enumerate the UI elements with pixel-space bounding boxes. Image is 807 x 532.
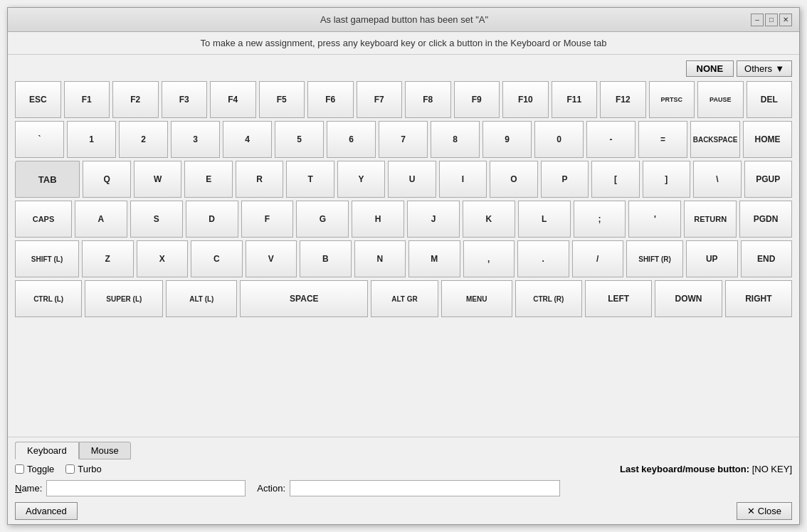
- key-altgr[interactable]: ALT GR: [371, 280, 438, 317]
- key-f7[interactable]: F7: [357, 81, 403, 118]
- key-y[interactable]: Y: [337, 161, 385, 198]
- key-f10[interactable]: F10: [502, 81, 549, 118]
- key-c[interactable]: C: [191, 240, 243, 277]
- key-down[interactable]: DOWN: [655, 280, 722, 317]
- keyboard-layout: ESC F1 F2 F3 F4 F5 F6 F7 F8 F9 F10 F11 F…: [15, 81, 792, 317]
- key-caps[interactable]: CAPS: [15, 201, 72, 238]
- key-f9[interactable]: F9: [454, 81, 500, 118]
- key-pgup[interactable]: PGUP: [744, 161, 792, 198]
- key-2[interactable]: 2: [119, 121, 168, 158]
- key-9[interactable]: 9: [482, 121, 532, 158]
- key-q[interactable]: Q: [83, 161, 130, 198]
- key-3[interactable]: 3: [171, 121, 220, 158]
- key-rbracket[interactable]: ]: [643, 161, 690, 198]
- key-w[interactable]: W: [134, 161, 181, 198]
- turbo-checkbox[interactable]: [65, 464, 75, 474]
- key-s[interactable]: S: [130, 201, 183, 238]
- key-equals[interactable]: =: [638, 121, 687, 158]
- action-input[interactable]: [290, 480, 560, 496]
- key-lbracket[interactable]: [: [591, 161, 639, 198]
- key-f8[interactable]: F8: [405, 81, 451, 118]
- key-up[interactable]: UP: [686, 240, 738, 277]
- key-j[interactable]: J: [407, 201, 460, 238]
- key-a[interactable]: A: [75, 201, 127, 238]
- key-o[interactable]: O: [490, 161, 537, 198]
- key-m[interactable]: M: [408, 240, 460, 277]
- key-minus[interactable]: -: [586, 121, 635, 158]
- key-esc[interactable]: ESC: [15, 81, 61, 118]
- key-superl[interactable]: SUPER (L): [85, 280, 163, 317]
- key-r[interactable]: R: [236, 161, 283, 198]
- key-menu[interactable]: MENU: [441, 280, 512, 317]
- key-del[interactable]: DEL: [747, 81, 793, 118]
- key-shiftr[interactable]: SHIFT (R): [626, 240, 683, 277]
- key-end[interactable]: END: [741, 240, 793, 277]
- key-comma[interactable]: ,: [463, 240, 515, 277]
- minimize-button[interactable]: –: [751, 14, 764, 26]
- key-k[interactable]: K: [463, 201, 515, 238]
- others-button[interactable]: Others ▼: [737, 60, 792, 77]
- key-pause[interactable]: PAUSE: [697, 81, 744, 118]
- main-keys: ESC F1 F2 F3 F4 F5 F6 F7 F8 F9 F10 F11 F…: [15, 81, 792, 317]
- key-pgdn[interactable]: PGDN: [739, 201, 792, 238]
- key-d[interactable]: D: [186, 201, 238, 238]
- key-prtsc[interactable]: PRTSC: [649, 81, 695, 118]
- key-tab[interactable]: TAB: [15, 161, 80, 198]
- key-5[interactable]: 5: [275, 121, 324, 158]
- key-i[interactable]: I: [439, 161, 487, 198]
- key-v[interactable]: V: [246, 240, 297, 277]
- key-ctrlr[interactable]: CTRL (R): [515, 280, 582, 317]
- window-close-button[interactable]: ✕: [779, 14, 792, 26]
- key-f2[interactable]: F2: [112, 81, 159, 118]
- key-backslash[interactable]: \: [693, 161, 741, 198]
- key-n[interactable]: N: [354, 240, 406, 277]
- key-f[interactable]: F: [241, 201, 294, 238]
- key-f5[interactable]: F5: [259, 81, 305, 118]
- key-backspace[interactable]: BACKSPACE: [690, 121, 740, 158]
- none-button[interactable]: NONE: [686, 60, 734, 77]
- key-6[interactable]: 6: [327, 121, 376, 158]
- tab-mouse[interactable]: Mouse: [79, 442, 131, 459]
- key-8[interactable]: 8: [431, 121, 480, 158]
- key-x[interactable]: X: [137, 240, 189, 277]
- key-4[interactable]: 4: [223, 121, 272, 158]
- key-backtick[interactable]: `: [15, 121, 64, 158]
- key-f11[interactable]: F11: [552, 81, 598, 118]
- key-e[interactable]: E: [184, 161, 232, 198]
- maximize-button[interactable]: □: [765, 14, 778, 26]
- key-period[interactable]: .: [517, 240, 569, 277]
- key-7[interactable]: 7: [379, 121, 428, 158]
- key-ctrll[interactable]: CTRL (L): [15, 280, 82, 317]
- tab-keyboard[interactable]: Keyboard: [15, 442, 79, 459]
- key-z[interactable]: Z: [82, 240, 134, 277]
- key-b[interactable]: B: [300, 240, 352, 277]
- close-button[interactable]: ✕ Close: [737, 502, 792, 520]
- last-key-value: [NO KEY]: [752, 464, 792, 474]
- key-f1[interactable]: F1: [64, 81, 110, 118]
- key-f3[interactable]: F3: [162, 81, 208, 118]
- key-t[interactable]: T: [286, 161, 334, 198]
- key-l[interactable]: L: [518, 201, 571, 238]
- key-right[interactable]: RIGHT: [725, 280, 792, 317]
- key-u[interactable]: U: [388, 161, 436, 198]
- key-h[interactable]: H: [352, 201, 404, 238]
- key-left[interactable]: LEFT: [585, 280, 652, 317]
- key-home[interactable]: HOME: [743, 121, 792, 158]
- toggle-checkbox[interactable]: [15, 464, 24, 474]
- key-space[interactable]: SPACE: [240, 280, 368, 317]
- key-0[interactable]: 0: [534, 121, 584, 158]
- key-p[interactable]: P: [541, 161, 589, 198]
- advanced-button[interactable]: Advanced: [15, 502, 78, 520]
- key-f4[interactable]: F4: [210, 81, 256, 118]
- key-semicolon[interactable]: ;: [574, 201, 626, 238]
- key-f6[interactable]: F6: [307, 81, 354, 118]
- key-g[interactable]: G: [296, 201, 349, 238]
- key-quote[interactable]: ': [628, 201, 681, 238]
- key-altl[interactable]: ALT (L): [166, 280, 237, 317]
- key-return[interactable]: RETURN: [684, 201, 737, 238]
- key-1[interactable]: 1: [67, 121, 116, 158]
- key-f12[interactable]: F12: [600, 81, 646, 118]
- key-shiftl[interactable]: SHIFT (L): [15, 240, 79, 277]
- key-slash[interactable]: /: [572, 240, 624, 277]
- name-input[interactable]: [46, 480, 246, 496]
